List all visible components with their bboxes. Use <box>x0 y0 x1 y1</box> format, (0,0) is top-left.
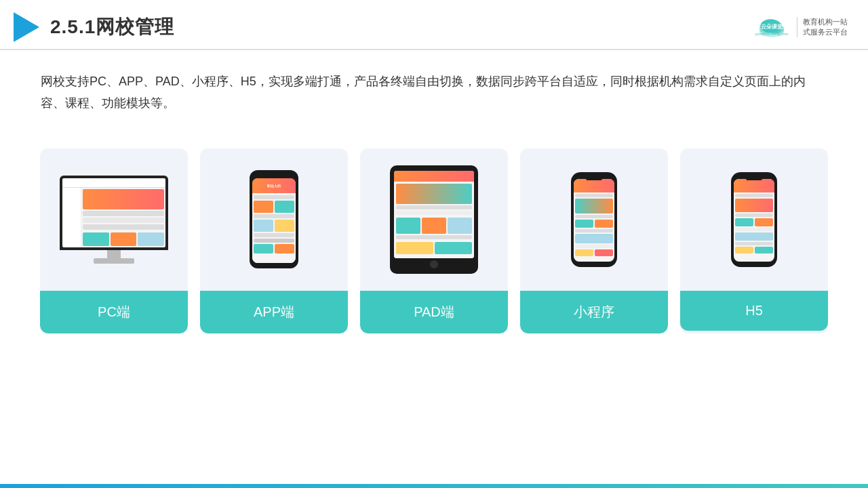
phone-h5-icon <box>731 172 777 267</box>
card-mini-image <box>520 148 668 291</box>
svg-text:yunduoketang.com: yunduoketang.com <box>755 32 788 36</box>
card-h5-label: H5 <box>680 291 828 331</box>
card-h5: H5 <box>680 148 828 333</box>
card-app: 职达人的 <box>200 148 348 333</box>
card-pad: PAD端 <box>360 148 508 333</box>
card-h5-image <box>680 148 828 291</box>
card-mini-label: 小程序 <box>520 291 668 333</box>
header: 2.5.1网校管理 云朵课堂 yunduoketang.com 教育机构一站 式… <box>0 0 868 50</box>
bottom-bar <box>0 484 868 488</box>
brand-tagline: 教育机构一站 式服务云平台 <box>797 17 848 38</box>
card-pc-image <box>40 148 188 291</box>
brand-logo: 云朵课堂 yunduoketang.com <box>755 15 789 39</box>
card-pad-image <box>360 148 508 291</box>
tablet-home-icon <box>430 260 438 268</box>
card-pc-label: PC端 <box>40 291 188 333</box>
tablet-pad-icon <box>390 165 478 274</box>
card-pc: PC端 <box>40 148 188 333</box>
logo-triangle-icon <box>14 12 39 42</box>
description-text: 网校支持PC、APP、PAD、小程序、H5，实现多端打通，产品各终端自由切换，数… <box>0 50 868 128</box>
cloud-icon: 云朵课堂 yunduoketang.com <box>755 15 789 39</box>
card-app-label: APP端 <box>200 291 348 333</box>
header-right: 云朵课堂 yunduoketang.com 教育机构一站 式服务云平台 <box>755 15 848 39</box>
card-app-image: 职达人的 <box>200 148 348 291</box>
card-pad-label: PAD端 <box>360 291 508 333</box>
pc-monitor-icon <box>60 176 168 264</box>
phone-app-icon: 职达人的 <box>250 170 298 268</box>
card-mini: 小程序 <box>520 148 668 333</box>
svg-text:云朵课堂: 云朵课堂 <box>761 24 783 30</box>
cards-container: PC端 职达人的 <box>0 135 868 347</box>
header-left: 2.5.1网校管理 <box>14 12 174 42</box>
phone-mini-icon <box>571 172 617 267</box>
page-title: 2.5.1网校管理 <box>50 14 174 40</box>
